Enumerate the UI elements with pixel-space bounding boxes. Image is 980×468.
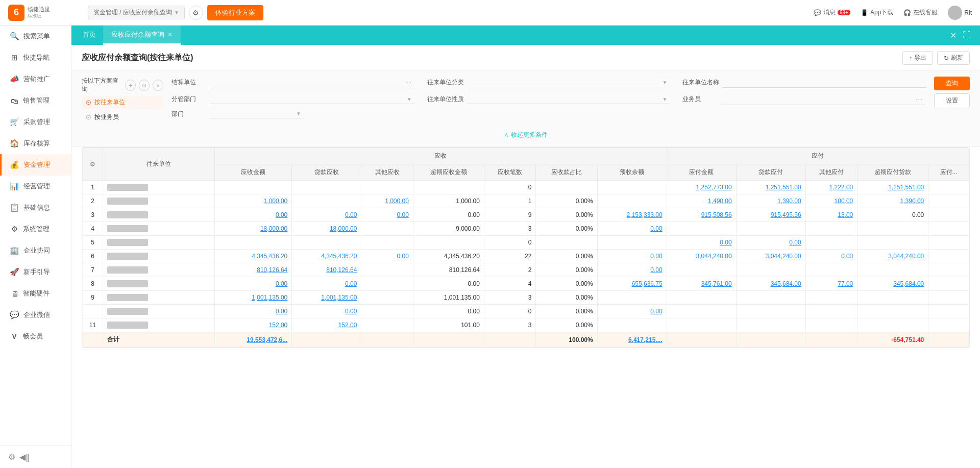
table-cell[interactable]: 0.00 — [667, 236, 736, 250]
table-cell[interactable]: 77.00 — [805, 277, 857, 291]
export-button[interactable]: ↑ 导出 — [902, 51, 933, 65]
settings-button[interactable]: 设置 — [934, 93, 970, 108]
table-settings-icon[interactable]: ⚙ — [90, 161, 95, 168]
sidebar-item-member[interactable]: V 畅会员 — [0, 326, 71, 347]
scheme-collapse-button[interactable]: « — [153, 80, 163, 91]
sidebar-item-enterprise[interactable]: 🏢 企业协同 — [0, 240, 71, 261]
table-cell[interactable]: 345,684.00 — [736, 277, 805, 291]
table-cell[interactable]: 345,761.00 — [667, 277, 736, 291]
sidebar-item-hardware[interactable]: 🖥 智能硬件 — [0, 283, 71, 304]
close-icon[interactable]: ✕ — [167, 31, 173, 38]
table-cell[interactable]: 0.00 — [214, 208, 292, 222]
scheme-option-button[interactable]: ⊙ — [139, 80, 150, 91]
gear-icon[interactable]: ⚙ — [189, 6, 203, 20]
sidebar-item-basic-info[interactable]: 📋 基础信息 — [0, 197, 71, 218]
table-cell[interactable]: 3,044,240.00 — [857, 250, 928, 263]
sidebar-item-search-menu[interactable]: 🔍 搜索菜单 — [0, 26, 71, 47]
table-cell[interactable]: 0.00 — [805, 250, 857, 263]
scheme-by-partner[interactable]: ⊙ 按往来单位 — [82, 96, 163, 109]
table-cell[interactable]: 915,495.56 — [736, 208, 805, 222]
support-button[interactable]: 🎧 在线客服 — [903, 8, 938, 17]
refresh-button[interactable]: ↻ 刷新 — [937, 51, 970, 65]
settlement-unit-picker-icon[interactable]: ··· — [404, 78, 412, 86]
table-cell[interactable]: 18,000.00 — [214, 222, 292, 236]
sidebar-item-funds[interactable]: 💰 资金管理 — [0, 154, 71, 176]
table-cell[interactable]: 0.00 — [292, 277, 361, 291]
table-cell[interactable]: 1,000.00 — [214, 194, 292, 208]
scheme-by-salesman[interactable]: ⊙ 按业务员 — [82, 111, 163, 124]
table-cell[interactable]: 1,251,551.00 — [857, 181, 928, 194]
collapse-more-button[interactable]: ∧ 收起更多条件 — [82, 129, 970, 140]
table-cell[interactable]: 0.00 — [292, 208, 361, 222]
sidebar-item-sales[interactable]: 🛍 销售管理 — [0, 90, 71, 111]
table-cell[interactable]: 100.00 — [805, 194, 857, 208]
table-cell[interactable]: 1,001,135.00 — [214, 291, 292, 305]
table-cell[interactable]: 1,252,773.00 — [667, 181, 736, 194]
table-cell[interactable]: 810,126.64 — [292, 263, 361, 277]
sidebar-item-operations[interactable]: 📊 经营管理 — [0, 176, 71, 197]
department-select[interactable]: ▼ — [210, 95, 415, 104]
table-cell[interactable]: 4,345,436.20 — [292, 250, 361, 263]
sidebar-item-system[interactable]: ⚙ 系统管理 — [0, 218, 71, 240]
footer-ys-advance[interactable]: 6,417,215.... — [597, 332, 667, 348]
table-cell[interactable]: 0.00 — [292, 305, 361, 318]
maximize-icon[interactable]: ⛶ — [962, 30, 972, 41]
table-cell[interactable]: 3,044,240.00 — [667, 250, 736, 263]
table-cell[interactable]: 0.00 — [597, 305, 667, 318]
solution-button[interactable]: 体验行业方案 — [207, 5, 263, 20]
table-cell[interactable]: 1,490.00 — [667, 194, 736, 208]
settlement-unit-input[interactable] — [213, 79, 404, 86]
table-cell[interactable]: 0.00 — [214, 277, 292, 291]
table-cell[interactable]: 655,636.75 — [597, 277, 667, 291]
table-cell[interactable]: 0.00 — [597, 250, 667, 263]
table-cell[interactable]: 0.00 — [597, 222, 667, 236]
table-cell[interactable]: 0.00 — [736, 236, 805, 250]
messages-button[interactable]: 💬 消息 99+ — [814, 8, 850, 17]
table-cell[interactable]: 152.00 — [214, 318, 292, 332]
close-window-icon[interactable]: ✕ — [949, 30, 958, 41]
sidebar-item-guide[interactable]: 🚀 新手引导 — [0, 261, 71, 283]
table-cell[interactable]: 810,126.64 — [214, 263, 292, 277]
table-cell[interactable]: 2,153,333.00 — [597, 208, 667, 222]
table-cell[interactable]: 915,508.56 — [667, 208, 736, 222]
sidebar-item-weixin[interactable]: 💬 企业微信 — [0, 304, 71, 326]
salesman-picker-icon[interactable]: ··· — [915, 95, 923, 103]
table-cell[interactable]: 13.00 — [805, 208, 857, 222]
dept-select[interactable]: ▼ — [210, 109, 304, 118]
user-area[interactable]: Rit — [948, 6, 972, 20]
table-cell[interactable]: 18,000.00 — [292, 222, 361, 236]
sidebar-item-purchase[interactable]: 🛒 采购管理 — [0, 111, 71, 133]
table-cell[interactable]: 1,001,135.00 — [292, 291, 361, 305]
table-cell[interactable]: 3,044,240.00 — [736, 250, 805, 263]
partner-nature-select[interactable]: ▼ — [467, 95, 671, 104]
table-wrapper[interactable]: ⚙ 往来单位 应收 应付 — [82, 147, 970, 348]
table-cell[interactable]: 1,222.00 — [805, 181, 857, 194]
sidebar-item-marketing[interactable]: 📣 营销推广 — [0, 68, 71, 90]
app-download-button[interactable]: 📱 App下载 — [861, 8, 893, 17]
table-cell[interactable]: 1,390.00 — [857, 194, 928, 208]
table-cell[interactable]: 0.00 — [214, 305, 292, 318]
partner-name-input[interactable] — [722, 77, 926, 88]
table-cell[interactable]: 1,000.00 — [361, 194, 413, 208]
th-settings[interactable]: ⚙ — [83, 148, 103, 181]
salesman-input[interactable] — [724, 95, 915, 103]
table-cell[interactable]: 152.00 — [292, 318, 361, 332]
sidebar-item-inventory[interactable]: 🏠 库存核算 — [0, 133, 71, 154]
query-button[interactable]: 查询 — [934, 77, 970, 90]
table-cell[interactable]: 1,390.00 — [736, 194, 805, 208]
add-scheme-button[interactable]: + — [125, 80, 136, 91]
table-cell[interactable]: 0.00 — [361, 208, 413, 222]
table-cell[interactable]: 1,251,551.00 — [736, 181, 805, 194]
table-cell[interactable]: 0.00 — [361, 250, 413, 263]
footer-ys-total[interactable]: 19,553,472,6... — [214, 332, 292, 348]
tab-receivable-payable[interactable]: 应收应付余额查询 ✕ — [103, 26, 181, 45]
tab-home[interactable]: 首页 — [76, 26, 103, 45]
sidebar-item-quick-nav[interactable]: ⊞ 快捷导航 — [0, 47, 71, 68]
table-cell[interactable]: 4,345,436.20 — [214, 250, 292, 263]
partner-category-select[interactable]: ▼ — [467, 78, 671, 87]
top-nav-breadcrumb[interactable]: 资金管理 / 应收应付余额查询 ▼ — [88, 6, 185, 19]
settings-bottom-icon[interactable]: ⚙ — [8, 452, 15, 462]
collapse-sidebar-icon[interactable]: ◀‖ — [19, 452, 30, 462]
table-cell[interactable]: 345,684.00 — [857, 277, 928, 291]
table-cell[interactable]: 0.00 — [597, 263, 667, 277]
